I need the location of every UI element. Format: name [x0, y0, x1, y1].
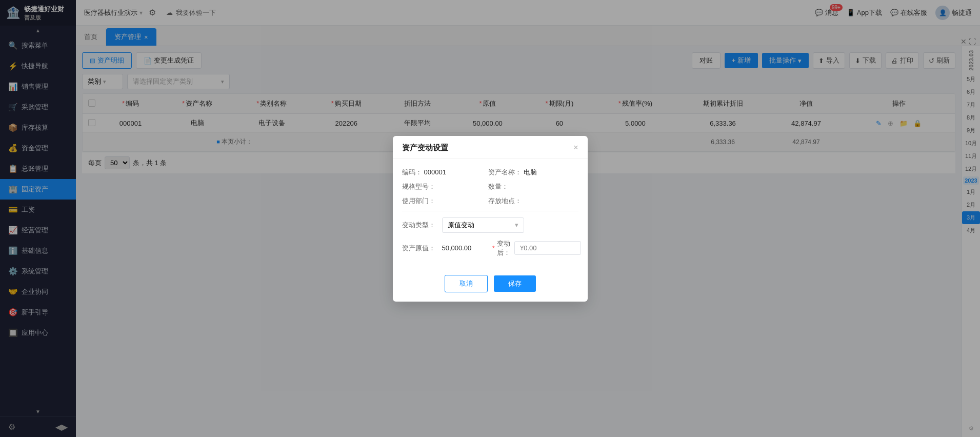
- modal-close-btn[interactable]: ×: [573, 143, 578, 152]
- modal-dept-label: 使用部门：: [402, 196, 435, 206]
- modal-spec-label: 规格型号：: [402, 182, 435, 191]
- modal-title: 资产变动设置: [402, 143, 448, 153]
- modal-row-dept-loc: 使用部门： 存放地点：: [402, 196, 578, 206]
- modal-original-label: 资产原值：: [402, 244, 438, 253]
- modal-name-field: 资产名称： 电脑: [488, 168, 570, 177]
- modal-overlay[interactable]: 资产变动设置 × 编码： 000001 资产名称： 电脑 规格型号：: [0, 0, 980, 437]
- modal-original-value: 50,000.00: [442, 244, 488, 252]
- modal-location-label: 存放地点：: [488, 196, 522, 206]
- modal-name-value: 电脑: [524, 168, 537, 177]
- modal-body: 编码： 000001 资产名称： 电脑 规格型号： 数量：: [393, 158, 588, 269]
- modal-footer: 取消 保存: [393, 269, 588, 302]
- modal-change-type-select[interactable]: 原值变动 ▾: [442, 217, 524, 233]
- modal-spec-field: 规格型号：: [402, 182, 484, 191]
- modal-qty-label: 数量：: [488, 182, 508, 191]
- modal-value-row: 资产原值： 50,000.00 * 变动后：: [402, 239, 578, 257]
- modal-change-type-arrow: ▾: [515, 221, 518, 229]
- modal-change-type-label: 变动类型：: [402, 221, 438, 230]
- modal-row-code-name: 编码： 000001 资产名称： 电脑: [402, 168, 578, 177]
- modal-location-field: 存放地点：: [488, 196, 570, 206]
- save-btn[interactable]: 保存: [494, 275, 536, 292]
- modal-dept-field: 使用部门：: [402, 196, 484, 206]
- modal-row-spec-qty: 规格型号： 数量：: [402, 182, 578, 191]
- modal-after-wrap: * 变动后：: [492, 239, 581, 257]
- modal-after-input[interactable]: [514, 241, 581, 255]
- asset-change-modal: 资产变动设置 × 编码： 000001 资产名称： 电脑 规格型号：: [393, 136, 588, 302]
- modal-change-type-value: 原值变动: [448, 221, 474, 230]
- modal-code-value: 000001: [424, 168, 446, 176]
- cancel-btn[interactable]: 取消: [445, 275, 488, 292]
- modal-code-field: 编码： 000001: [402, 168, 484, 177]
- modal-code-label: 编码：: [402, 168, 422, 177]
- modal-divider: [402, 211, 578, 211]
- modal-qty-field: 数量：: [488, 182, 570, 191]
- modal-required-star: *: [492, 244, 495, 252]
- modal-after-label: 变动后：: [497, 239, 510, 257]
- modal-change-type-row: 变动类型： 原值变动 ▾: [402, 217, 578, 233]
- modal-name-label: 资产名称：: [488, 168, 522, 177]
- modal-header: 资产变动设置 ×: [393, 136, 588, 158]
